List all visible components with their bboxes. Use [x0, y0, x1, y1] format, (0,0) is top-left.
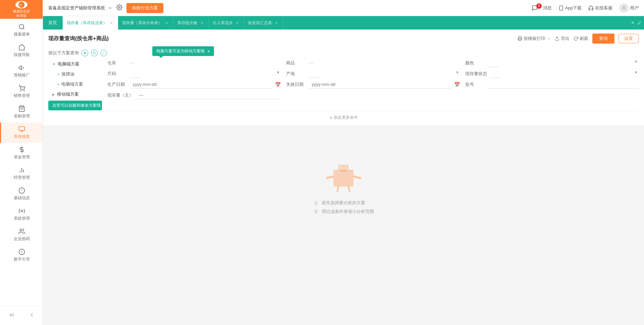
- sidebar-item-finance[interactable]: 资金管理: [0, 143, 43, 163]
- headset-icon: [588, 5, 594, 11]
- mobile-plan-label: 移动端方案: [57, 91, 79, 97]
- service-btn[interactable]: 在线客服: [588, 5, 612, 11]
- batch-no-field: 批号: [465, 80, 639, 89]
- service-label: 在线客服: [595, 5, 612, 11]
- sidebar-item-system[interactable]: 系统管理: [0, 204, 43, 225]
- plan-dot: ●: [58, 73, 59, 76]
- pc-plan-title[interactable]: ▼ 电脑端方案: [48, 59, 102, 69]
- goods-field: 商品 ···: [286, 59, 460, 67]
- expire-date-calendar-icon[interactable]: 📅: [454, 82, 460, 87]
- app-download-btn[interactable]: App下载: [558, 5, 582, 11]
- filter-back-btn[interactable]: ←: [100, 50, 107, 56]
- tab-close-batch-account[interactable]: ×: [200, 20, 204, 25]
- tab-receive-send[interactable]: 收发存汇总表 ×: [244, 16, 283, 30]
- collapse-icon[interactable]: [27, 310, 37, 321]
- export-btn[interactable]: 导出: [555, 36, 570, 42]
- sidebar-item-basic[interactable]: 基础信息: [0, 184, 43, 204]
- tab-inout-flow[interactable]: 出入库流水 ×: [209, 16, 244, 30]
- produce-date-calendar-icon[interactable]: 📅: [275, 82, 281, 87]
- sidebar-item-search[interactable]: 搜索菜单: [0, 20, 43, 41]
- query-panel: 现存量查询(按仓库+商品) 按模板打印 导出 刷新 查: [43, 30, 644, 126]
- print-btn[interactable]: 按模板打印: [518, 36, 551, 42]
- tab-close-inout-flow[interactable]: ×: [235, 20, 239, 25]
- tab-home[interactable]: 首页: [43, 16, 63, 30]
- size-select[interactable]: [130, 70, 141, 78]
- expire-date-input[interactable]: [309, 80, 451, 89]
- stock-status-field: 现存量状态 ▾: [465, 70, 639, 78]
- warehouse-dots[interactable]: ···: [130, 60, 135, 66]
- pc-plan-section: ▼ 电脑端方案 ● 接摆油 ● 电脑端方案: [48, 59, 102, 89]
- color-chevron-icon: ▾: [635, 59, 637, 64]
- avatar: [619, 3, 629, 13]
- tab-fullscreen-btn[interactable]: ⤢: [637, 20, 641, 26]
- logo-text: 畅通好生意 标准版: [13, 9, 30, 18]
- trial-btn[interactable]: 体验行业方案: [126, 3, 163, 13]
- hint-text-2: 用过滤条件来缩小分析范围: [322, 209, 374, 215]
- svg-rect-23: [559, 6, 562, 10]
- tab-close-inventory-status[interactable]: ×: [109, 20, 114, 25]
- plan-sidebar: ▼ 电脑端方案 ● 接摆油 ● 电脑端方案: [48, 59, 102, 110]
- origin-select[interactable]: [309, 70, 320, 78]
- svg-point-21: [10, 314, 12, 316]
- mobile-plan-title[interactable]: ▶ 移动端方案: [48, 89, 102, 99]
- filter-header: 按以下方案查询 + ↻ ← 电脑方案可设为移动方案哦 ×: [48, 50, 639, 56]
- color-select[interactable]: [488, 59, 499, 67]
- produce-date-field: 生产日期 📅: [107, 80, 281, 89]
- filter-row-1: 仓库 ··· 商品 ··· 颜色: [107, 59, 639, 67]
- page-title: 现存量查询(按仓库+商品): [48, 35, 109, 42]
- svg-point-18: [21, 210, 23, 212]
- hint-num-2: 2: [313, 209, 319, 215]
- sidebar-item-purchase[interactable]: 采购管理: [0, 102, 43, 122]
- sidebar-item-enterprise[interactable]: 企业协同: [0, 225, 43, 245]
- plan-item-pc[interactable]: ● 电脑端方案: [48, 79, 102, 89]
- batch-no-label: 批号: [465, 82, 485, 88]
- empty-hint-2: 2 用过滤条件来缩小分析范围: [313, 209, 374, 215]
- gear-icon[interactable]: [116, 4, 122, 12]
- produce-date-label: 生产日期: [107, 82, 127, 88]
- stock-main-input[interactable]: [136, 91, 281, 99]
- tab-batch-account[interactable]: 库存批次账 ×: [173, 16, 209, 30]
- produce-date-input[interactable]: [130, 80, 272, 89]
- settings-icon[interactable]: [6, 310, 16, 321]
- message-label: 消息: [543, 5, 552, 11]
- svg-line-36: [354, 176, 360, 178]
- filter-row-3: 生产日期 📅 失效日期 📅 批号: [107, 80, 639, 89]
- sidebar-item-operation[interactable]: 经营管理: [0, 163, 43, 184]
- print-icon: [518, 36, 522, 41]
- sidebar-item-quicknav[interactable]: 快捷导航: [0, 41, 43, 61]
- stock-status-select[interactable]: [490, 70, 500, 78]
- sidebar-item-marketing[interactable]: 营销推广: [0, 61, 43, 82]
- sidebar-item-guide[interactable]: 新手引导: [0, 245, 43, 266]
- svg-text:6: 6: [19, 3, 21, 7]
- collapse-btn[interactable]: ∧ 收起更多条件: [48, 112, 639, 123]
- svg-point-22: [119, 6, 120, 8]
- sidebar-item-sales[interactable]: 销售管理: [0, 82, 43, 102]
- refresh-icon: [574, 36, 578, 41]
- tooltip-edit-close[interactable]: ×: [103, 103, 106, 108]
- stock-status-chevron-icon: ▾: [635, 70, 637, 75]
- stock-status-label: 现存量状态: [465, 71, 487, 77]
- sidebar-item-inventory[interactable]: 库存核算: [0, 122, 43, 143]
- tooltip-plan-close[interactable]: ×: [207, 49, 210, 54]
- svg-rect-8: [19, 127, 25, 131]
- tab-close-inventory-dist[interactable]: ×: [164, 20, 169, 25]
- message-btn[interactable]: 9 消息: [532, 5, 552, 11]
- svg-point-0: [18, 2, 24, 8]
- goods-dots[interactable]: ···: [309, 60, 313, 66]
- user-btn[interactable]: 用户: [619, 3, 639, 13]
- collapse-chevron-icon: ∧: [329, 115, 332, 120]
- origin-label: 产地: [286, 71, 306, 77]
- size-field: 尺码 ▾: [107, 70, 281, 78]
- query-btn[interactable]: 查询: [592, 34, 614, 44]
- tab-close-all-btn[interactable]: ×: [631, 20, 634, 26]
- filter-refresh-btn[interactable]: ↻: [91, 50, 98, 56]
- tab-close-receive-send[interactable]: ×: [274, 20, 279, 25]
- svg-point-33: [345, 167, 346, 168]
- filter-add-btn[interactable]: +: [82, 50, 88, 56]
- tab-inventory-status[interactable]: 现存量（库存状况表） ×: [63, 16, 118, 30]
- tab-inventory-dist[interactable]: 现存量（库存分布表） ×: [118, 16, 173, 30]
- settings-btn[interactable]: 设置: [619, 34, 639, 43]
- batch-no-input[interactable]: [488, 80, 639, 89]
- plan-item-jby[interactable]: ● 接摆油: [48, 69, 102, 79]
- refresh-btn[interactable]: 刷新: [574, 36, 588, 42]
